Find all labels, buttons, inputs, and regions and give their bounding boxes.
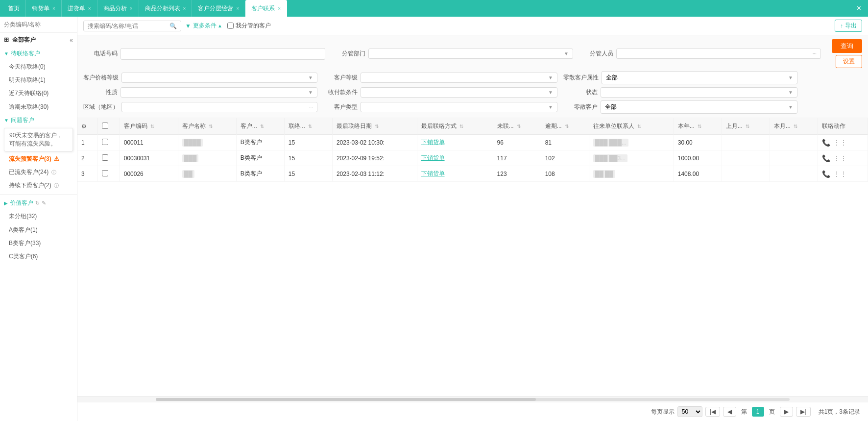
col-overdue[interactable]: 逾期... ⇅: [541, 118, 589, 135]
more-conditions-btn[interactable]: ▼ 更多条件 ▲: [185, 22, 222, 30]
search-input[interactable]: [88, 23, 169, 29]
col-last-date[interactable]: 最后联络日期 ⇅: [332, 118, 417, 135]
sidebar-item-7day-contact[interactable]: 近7天待联络(0): [0, 87, 77, 100]
tab-close-product-analysis-list[interactable]: ×: [183, 6, 186, 11]
retail-attr-select[interactable]: 全部 ▼: [602, 71, 797, 84]
prev-page-btn[interactable]: ◀: [723, 407, 736, 417]
cell-code: 000011: [120, 135, 178, 150]
tab-close-sales-order[interactable]: ×: [52, 6, 55, 11]
tab-customer-tier[interactable]: 客户分层经营 ×: [192, 0, 245, 17]
search-box[interactable]: 🔍: [83, 21, 181, 31]
more-action-icon[interactable]: ⋮⋮: [833, 139, 847, 147]
tab-product-analysis-list[interactable]: 商品分析列表 ×: [139, 0, 193, 17]
first-page-btn[interactable]: |◀: [705, 407, 720, 417]
settings-button[interactable]: 设置: [836, 55, 862, 68]
col-no-contact[interactable]: 未联... ⇅: [493, 118, 541, 135]
window-close-button[interactable]: ×: [852, 4, 866, 13]
more-action-icon[interactable]: ⋮⋮: [833, 170, 847, 178]
price-level-select[interactable]: ▼: [121, 73, 317, 83]
per-page-select[interactable]: 50 100: [677, 406, 702, 417]
sidebar-group-problem-customer[interactable]: ▼ 问题客户: [0, 114, 77, 127]
cell-checkbox[interactable]: [97, 150, 120, 166]
nature-arrow: ▼: [308, 90, 313, 95]
row-checkbox-1[interactable]: [102, 154, 108, 161]
sidebar-item-class-b[interactable]: B类客户(33): [0, 237, 77, 250]
next-page-btn[interactable]: ▶: [780, 407, 793, 417]
export-button[interactable]: ↑ 导出: [835, 20, 862, 32]
cell-last-method[interactable]: 下销货单: [417, 166, 493, 182]
tab-purchase-order[interactable]: 进货单 ×: [62, 0, 97, 17]
status-select[interactable]: ▼: [601, 87, 797, 98]
col-name[interactable]: 客户名称 ⇅: [178, 118, 236, 135]
sidebar-collapse-icon[interactable]: «: [70, 37, 73, 44]
sidebar-item-churn-warning[interactable]: 流失预警客户(3) ⚠: [0, 152, 77, 166]
col-last-month[interactable]: 上月... ⇅: [722, 118, 770, 135]
customer-type-select[interactable]: ▼: [361, 102, 557, 112]
search-icon[interactable]: 🔍: [169, 23, 177, 29]
sidebar-search-input[interactable]: [4, 21, 77, 28]
sidebar-group-value-customer[interactable]: ▶ 价值客户 ↻ ✎: [0, 197, 77, 210]
nature-label: 性质: [83, 88, 118, 97]
last-page-btn[interactable]: ▶|: [796, 407, 811, 417]
cell-last-method[interactable]: 下销货单: [417, 135, 493, 150]
sidebar-item-declining[interactable]: 持续下滑客户(2) ⓘ: [0, 179, 77, 192]
col-this-month[interactable]: 本月... ⇅: [770, 118, 818, 135]
action-icons: 📞 ⋮⋮: [822, 154, 864, 162]
col-contact[interactable]: 联络... ⇅: [284, 118, 332, 135]
contact-action-icon[interactable]: 📞: [822, 154, 830, 162]
sidebar-item-churned[interactable]: 已流失客户(24) ⓘ: [0, 166, 77, 179]
col-code[interactable]: 客户编码 ⇅: [120, 118, 178, 135]
my-customers-checkbox[interactable]: 我分管的客户: [227, 22, 271, 30]
cell-last-method[interactable]: 下销货单: [417, 150, 493, 166]
current-page-btn[interactable]: 1: [752, 407, 764, 417]
scrollbar-thumb[interactable]: [156, 398, 536, 401]
sidebar-item-overdue-contact[interactable]: 逾期未联络(30): [0, 100, 77, 114]
query-button[interactable]: 查询: [832, 39, 862, 53]
refresh-icon[interactable]: ↻: [35, 200, 40, 206]
tab-close-product-analysis[interactable]: ×: [130, 6, 133, 11]
payment-select[interactable]: ▼: [361, 87, 557, 98]
row-checkbox-0[interactable]: [102, 139, 108, 145]
tab-close-purchase-order[interactable]: ×: [88, 6, 91, 11]
row-checkbox-2[interactable]: [102, 170, 108, 176]
col-this-year[interactable]: 本年... ⇅: [674, 118, 722, 135]
tab-home[interactable]: 首页: [2, 0, 26, 17]
edit-icon[interactable]: ✎: [42, 200, 46, 206]
my-customers-checkbox-input[interactable]: [227, 23, 234, 29]
payment-label: 收付款条件: [323, 88, 358, 97]
col-contact-person[interactable]: 往来单位联系人 ⇅: [589, 118, 674, 135]
col-settings[interactable]: ⚙: [77, 118, 97, 135]
retail-customer-select[interactable]: 全部 ▼: [601, 100, 797, 114]
sidebar-item-today-contact[interactable]: 今天待联络(0): [0, 60, 77, 74]
sidebar-item-ungrouped[interactable]: 未分组(32): [0, 210, 77, 223]
scrollbar-track: [156, 398, 790, 401]
contact-action-icon[interactable]: 📞: [822, 139, 830, 147]
region-select[interactable]: ···: [121, 102, 317, 112]
sidebar-item-class-a[interactable]: A类客户(1): [0, 223, 77, 237]
nature-select[interactable]: ▼: [121, 87, 317, 98]
retail-customer-label: 零散客户: [563, 103, 598, 111]
select-all-checkbox[interactable]: [102, 123, 108, 129]
sidebar-item-class-c[interactable]: C类客户(6): [0, 250, 77, 263]
col-type[interactable]: 客户... ⇅: [236, 118, 284, 135]
cell-checkbox[interactable]: [97, 135, 120, 150]
cell-contact-person: ██ ██: [589, 166, 674, 182]
tab-sales-order[interactable]: 销货单 ×: [26, 0, 62, 17]
tab-product-analysis[interactable]: 商品分析 ×: [97, 0, 139, 17]
col-checkbox[interactable]: [97, 118, 120, 135]
sidebar-group-pending-contact[interactable]: ▼ 待联络客户: [0, 47, 77, 60]
tab-close-customer-tier[interactable]: ×: [236, 6, 239, 11]
manager-select[interactable]: ···: [616, 49, 821, 59]
horizontal-scrollbar[interactable]: [77, 396, 868, 402]
sidebar-root[interactable]: ⊞ 全部客户 «: [0, 33, 77, 47]
contact-action-icon[interactable]: 📞: [822, 170, 830, 178]
dept-select[interactable]: ▼: [368, 49, 573, 59]
tab-customer-contact[interactable]: 客户联系 ×: [245, 0, 287, 17]
phone-input[interactable]: [121, 48, 325, 60]
tab-close-customer-contact[interactable]: ×: [278, 6, 281, 11]
customer-level-select[interactable]: ▼: [361, 73, 557, 83]
sidebar-item-tomorrow-contact[interactable]: 明天待联络(1): [0, 74, 77, 87]
more-action-icon[interactable]: ⋮⋮: [833, 154, 847, 162]
col-last-method[interactable]: 最后联络方式 ⇅: [417, 118, 493, 135]
cell-checkbox[interactable]: [97, 166, 120, 182]
